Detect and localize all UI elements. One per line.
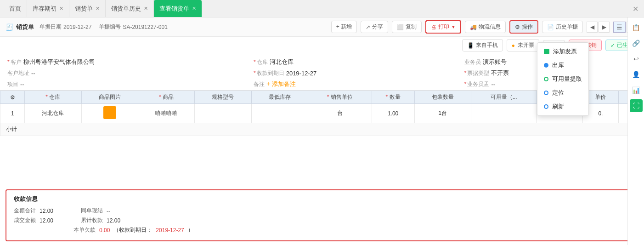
row-img bbox=[81, 104, 138, 123]
payment-info-row1: 金额合计 12.00 同单现结 -- bbox=[14, 207, 630, 215]
logistics-button[interactable]: 🚚 物流信息 bbox=[465, 21, 506, 33]
col-qty: * 数量 bbox=[372, 91, 414, 104]
outbound-label: 出库 bbox=[552, 61, 564, 69]
print-button[interactable]: 🖨 打印 ▼ bbox=[425, 20, 461, 34]
row-min-stock bbox=[251, 104, 308, 123]
row-product: 嘻嘻嘻嘻 bbox=[138, 104, 194, 123]
doc-actions: + 新增 ↗ 分享 ⬜ 复制 🖨 打印 ▼ 🚚 物流信息 ⚙ 操作 bbox=[331, 20, 638, 34]
dropdown-add-invoice[interactable]: 添加发票 bbox=[537, 45, 588, 58]
dropdown-refresh[interactable]: 刷新 bbox=[537, 100, 588, 114]
settlement-value: -- bbox=[107, 208, 110, 214]
product-img bbox=[103, 106, 116, 119]
tab-sales-order[interactable]: 销货单 ✕ bbox=[69, 0, 106, 17]
dropdown-locate[interactable]: 定位 bbox=[537, 86, 588, 100]
window-close-btn[interactable]: ✕ bbox=[633, 4, 638, 13]
sidebar-icon-link[interactable]: 🔗 bbox=[630, 37, 643, 50]
share-button[interactable]: ↗ 分享 bbox=[361, 21, 388, 33]
history-button-label: 历史单据 bbox=[556, 23, 578, 31]
tab-history-close[interactable]: ✕ bbox=[144, 6, 148, 11]
owe-label: 本单欠款 bbox=[73, 226, 96, 234]
row-spec bbox=[195, 104, 251, 123]
tab-home[interactable]: 首页 bbox=[4, 0, 27, 17]
customer-value: 柳州粤港平安气体有限公司 bbox=[23, 58, 95, 66]
sidebar-icon-expand[interactable]: ⛶ bbox=[630, 99, 643, 112]
doc-date-value: 2019-12-27 bbox=[63, 24, 91, 30]
operation-button[interactable]: ⚙ 操作 bbox=[509, 20, 538, 34]
row-qty: 1.00 bbox=[372, 104, 414, 123]
address-field: 客户地址 -- bbox=[7, 69, 254, 77]
col-product: * 商品 bbox=[138, 91, 194, 104]
available-qty-icon bbox=[544, 77, 548, 81]
copy-button[interactable]: ⬜ 复制 bbox=[392, 21, 422, 33]
payment-info-title: 收款信息 bbox=[14, 195, 630, 203]
from-phone-btn[interactable]: 📱 来自手机 bbox=[462, 39, 503, 51]
cumulative-label: 累计收款 bbox=[81, 217, 103, 224]
doc-type-label: 销货单 bbox=[16, 23, 34, 31]
remark-field: 备注 + 添加备注 bbox=[254, 80, 451, 88]
new-button-label: + 新增 bbox=[336, 23, 352, 31]
owe-field: 本单欠款 0.00 （收款到期日： 2019-12-27 ） bbox=[73, 226, 193, 234]
payment-info-row3: 本单欠款 0.00 （收款到期日： 2019-12-27 ） bbox=[14, 226, 630, 234]
remark-add-label: 添加备注 bbox=[272, 80, 296, 87]
staff-label: 业务员 bbox=[464, 58, 481, 66]
address-value: -- bbox=[31, 70, 35, 77]
tab-inventory-label: 库存期初 bbox=[33, 5, 56, 13]
total-field: 金额合计 12.00 bbox=[14, 207, 53, 215]
settlement-field: 同单现结 -- bbox=[81, 207, 110, 215]
sidebar-icon-chart[interactable]: 📊 bbox=[630, 84, 643, 97]
payment-date-field: 收款到期日 2019-12-27 bbox=[254, 69, 451, 77]
payment-info-row2: 成交金额 12.00 累计收款 12.00 bbox=[14, 217, 630, 224]
remark-add[interactable]: + 添加备注 bbox=[266, 80, 296, 88]
new-button[interactable]: + 新增 bbox=[331, 21, 357, 33]
prev-btn[interactable]: ◀ bbox=[587, 22, 598, 33]
tab-sales-close[interactable]: ✕ bbox=[96, 6, 100, 11]
deal-value: 12.00 bbox=[40, 217, 53, 224]
deal-field: 成交金额 12.00 bbox=[14, 217, 53, 224]
ticket-type-label: 票据类型 bbox=[464, 69, 490, 77]
sidebar-icon-user[interactable]: 👤 bbox=[630, 68, 643, 81]
col-warehouse: * 仓库 bbox=[25, 91, 81, 104]
dropdown-outbound[interactable]: 出库 bbox=[537, 58, 588, 72]
logistics-button-label: 物流信息 bbox=[479, 23, 501, 31]
warehouse-label: 仓库 bbox=[254, 58, 268, 66]
tab-sales-history[interactable]: 销货单历史 ✕ bbox=[106, 0, 154, 17]
doc-title: 🧾 销货单 bbox=[6, 23, 34, 31]
doc-header: 🧾 销货单 单据日期 2019-12-27 单据编号 SA-20191227-0… bbox=[0, 17, 644, 37]
col-settings[interactable]: ⚙ bbox=[0, 91, 25, 104]
row-warehouse: 河北仓库 bbox=[25, 104, 81, 123]
project-field: 项目 -- bbox=[7, 80, 254, 88]
owe-close: ） bbox=[188, 226, 193, 234]
total-value: 12.00 bbox=[40, 208, 53, 214]
doc-type-icon: 🧾 bbox=[6, 23, 13, 31]
row-num: 1 bbox=[0, 104, 25, 123]
staff2-value: -- bbox=[491, 81, 495, 88]
dropdown-menu: 添加发票 出库 可用量提取 定位 刷新 bbox=[537, 42, 589, 116]
tab-view-label: 查看销货单 bbox=[159, 5, 189, 13]
project-value: -- bbox=[20, 81, 24, 88]
history-button[interactable]: 📄 历史单据 bbox=[542, 21, 583, 33]
sidebar-icon-copy[interactable]: 📋 bbox=[630, 21, 643, 34]
row-avail bbox=[471, 104, 537, 123]
settlement-label: 同单现结 bbox=[81, 207, 103, 215]
payment-date-value: 2019-12-27 bbox=[286, 70, 317, 77]
staff-value: 演示账号 bbox=[483, 58, 507, 66]
payment-date-label: 收款到期日 bbox=[254, 69, 284, 77]
dropdown-available-qty[interactable]: 可用量提取 bbox=[537, 72, 588, 86]
remark-label: 备注 bbox=[254, 80, 265, 88]
tab-view-close[interactable]: ✕ bbox=[192, 6, 196, 11]
refresh-label: 刷新 bbox=[552, 103, 564, 111]
tab-inventory-close[interactable]: ✕ bbox=[59, 6, 63, 11]
add-invoice-icon bbox=[544, 49, 549, 54]
next-btn[interactable]: ▶ bbox=[599, 22, 610, 33]
print-button-label: 打印 bbox=[438, 23, 449, 31]
tab-view-sales[interactable]: 查看销货单 ✕ bbox=[154, 0, 202, 17]
not-opened-btn[interactable]: 未开票 bbox=[507, 39, 539, 51]
nav-arrows: ◀ ▶ bbox=[587, 22, 610, 33]
tab-inventory-init[interactable]: 库存期初 ✕ bbox=[27, 0, 69, 17]
warehouse-value: 河北仓库 bbox=[270, 58, 294, 66]
sidebar-icon-back[interactable]: ↩ bbox=[630, 52, 643, 65]
operation-button-label: 操作 bbox=[522, 23, 533, 31]
owe-note: （收款到期日： bbox=[113, 226, 152, 234]
total-label: 金额合计 bbox=[14, 207, 36, 215]
list-view-btn[interactable]: ☰ bbox=[613, 22, 626, 33]
